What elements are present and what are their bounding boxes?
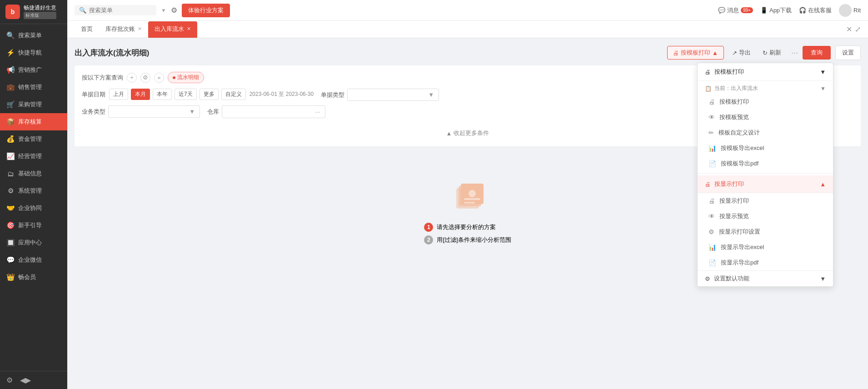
filter-set-button[interactable]: ⚙ xyxy=(140,73,150,83)
sidebar-label-system: 系统管理 xyxy=(18,187,42,195)
filter-label: 按以下方案查询 xyxy=(82,74,123,82)
sidebar-item-finance[interactable]: 💰 资金管理 xyxy=(0,130,67,148)
display-print-item[interactable]: 🖨 按显示打印 xyxy=(698,193,833,209)
template-design-label: 模板自定义设计 xyxy=(718,129,760,137)
sidebar-item-corp[interactable]: 🤝 企业协同 xyxy=(0,199,67,217)
template-print-item[interactable]: 🖨 按模板打印 xyxy=(698,94,833,110)
date-btn-last-month[interactable]: 上月 xyxy=(109,89,128,100)
print-arrow-icon: ▲ xyxy=(712,50,718,56)
template-excel-item[interactable]: 📊 按模板导出excel xyxy=(698,140,833,156)
tab-batch-label: 库存批次账 xyxy=(105,25,135,33)
tab-flow[interactable]: 出入库流水 ✕ xyxy=(148,21,197,38)
template-excel-icon: 📊 xyxy=(708,145,716,152)
display-excel-icon: 📊 xyxy=(708,244,716,251)
date-btn-this-month[interactable]: 本月 xyxy=(131,89,150,100)
display-settings-label: 按显示打印设置 xyxy=(719,228,760,236)
tab-close-flow[interactable]: ✕ xyxy=(187,26,191,32)
settings-icon[interactable]: ⚙ xyxy=(171,6,177,15)
sidebar-label-corp: 企业协同 xyxy=(18,204,42,212)
sidebar-item-system[interactable]: ⚙ 系统管理 xyxy=(0,182,67,199)
search-dropdown-icon[interactable]: ▼ xyxy=(161,7,166,14)
tab-batch-account[interactable]: 库存批次账 ✕ xyxy=(99,21,148,38)
template-design-item[interactable]: ✏ 模板自定义设计 xyxy=(698,125,833,140)
date-btn-custom[interactable]: 自定义 xyxy=(221,89,246,100)
template-print-section-header[interactable]: 🖨 按模板打印 ▼ xyxy=(698,63,833,81)
page-header: 出入库流水(流水明细) 🖨 按模板打印 ▲ ↗ 导出 ↻ 刷新 xyxy=(75,45,861,60)
display-print-section-header[interactable]: 🖨 按显示打印 ▲ xyxy=(698,175,833,193)
filter-collapse-button[interactable]: « xyxy=(154,73,164,83)
print-template-button[interactable]: 🖨 按模板打印 ▲ xyxy=(667,46,724,60)
page-settings-button[interactable]: 设置 xyxy=(835,45,861,60)
sidebar-label-inventory: 库存核算 xyxy=(18,118,42,126)
filter-tag[interactable]: 流水明细 xyxy=(168,72,204,83)
template-pdf-item[interactable]: 📄 按模板导出pdf xyxy=(698,156,833,171)
search-input[interactable] xyxy=(89,7,144,14)
search-box[interactable]: 🔍 xyxy=(75,5,156,15)
display-settings-item[interactable]: ⚙ 按显示打印设置 xyxy=(698,224,833,239)
display-section-arrow: ▲ xyxy=(820,181,826,188)
display-preview-icon: 👁 xyxy=(708,213,715,220)
tab-bar-expand-icon[interactable]: ⤢ xyxy=(855,25,861,34)
sidebar-item-member[interactable]: 👑 畅会员 xyxy=(0,269,67,286)
warehouse-select[interactable]: ··· xyxy=(222,105,325,118)
sidebar-item-purchase[interactable]: 🛒 采购管理 xyxy=(0,96,67,113)
step-1-text: 请先选择要分析的方案 xyxy=(437,223,496,231)
sidebar-collapse-icon[interactable]: ◀▶ xyxy=(20,376,31,384)
sidebar-item-marketing[interactable]: 📢 营销推广 xyxy=(0,61,67,79)
sidebar-label-basic: 基础信息 xyxy=(18,170,42,178)
template-preview-item[interactable]: 👁 按模板预览 xyxy=(698,110,833,125)
date-filter-field: 单据日期 上月 本月 本年 近7天 更多 自定义 2023-06-01 至 20… xyxy=(82,89,314,100)
dropdown-footer[interactable]: ⚙ 设置默认功能 ▼ xyxy=(698,270,833,286)
sidebar-item-operation[interactable]: 📈 经营管理 xyxy=(0,148,67,165)
online-service-button[interactable]: 🎧 在线客服 xyxy=(799,6,832,15)
display-print-header-label: 按显示打印 xyxy=(714,180,744,188)
corp-icon: 🤝 xyxy=(6,204,15,212)
display-excel-item[interactable]: 📊 按显示导出excel xyxy=(698,239,833,255)
business-type-select[interactable]: ▼ xyxy=(108,105,200,118)
sidebar-item-guide[interactable]: 🎯 新手引导 xyxy=(0,217,67,234)
tab-home[interactable]: 首页 xyxy=(75,21,99,38)
bill-type-arrow: ▼ xyxy=(428,91,434,98)
sidebar-item-apps[interactable]: 🔲 应用中心 xyxy=(0,234,67,251)
warehouse-more-icon: ··· xyxy=(315,108,320,115)
business-type-arrow: ▼ xyxy=(189,108,195,115)
display-excel-label: 按显示导出excel xyxy=(721,243,764,251)
sidebar-item-wechat[interactable]: 💬 企业微信 xyxy=(0,251,67,269)
date-btn-more[interactable]: 更多 xyxy=(200,89,219,100)
trial-button[interactable]: 体验行业方案 xyxy=(182,4,230,17)
date-btn-7days[interactable]: 近7天 xyxy=(175,89,197,100)
message-button[interactable]: 💬 消息 99+ xyxy=(718,6,753,15)
message-label: 消息 xyxy=(727,6,739,15)
bill-type-select[interactable]: ▼ xyxy=(347,89,439,101)
refresh-button[interactable]: ↻ 刷新 xyxy=(759,46,785,59)
query-button[interactable]: 查询 xyxy=(803,46,831,60)
collapse-button[interactable]: ▲ 收起更多条件 xyxy=(446,126,489,140)
sidebar-item-inventory[interactable]: 📦 库存核算 xyxy=(0,113,67,130)
display-preview-item[interactable]: 👁 按显示预览 xyxy=(698,209,833,224)
sidebar-settings-icon[interactable]: ⚙ xyxy=(6,376,13,384)
display-pdf-item[interactable]: 📄 按显示导出pdf xyxy=(698,255,833,270)
page-content: 出入库流水(流水明细) 🖨 按模板打印 ▲ ↗ 导出 ↻ 刷新 xyxy=(67,38,868,389)
actions-more-icon[interactable]: ··· xyxy=(791,48,798,58)
template-print-label: 按模板打印 xyxy=(719,98,749,106)
sidebar-label-quick-nav: 快捷导航 xyxy=(18,49,42,57)
date-btn-this-year[interactable]: 本年 xyxy=(153,89,172,100)
filter-add-button[interactable]: + xyxy=(127,73,137,83)
sidebar-item-quick-nav[interactable]: ⚡ 快捷导航 xyxy=(0,44,67,61)
system-icon: ⚙ xyxy=(6,187,15,195)
user-name: Rit xyxy=(853,7,861,14)
sidebar-item-search[interactable]: 🔍 搜索菜单 xyxy=(0,27,67,44)
export-button[interactable]: ↗ 导出 xyxy=(728,46,754,59)
sidebar-label-operation: 经营管理 xyxy=(18,152,42,160)
tab-bar-close-icon[interactable]: ✕ xyxy=(846,25,852,34)
app-logo: b 畅捷通好生意 标准版 xyxy=(0,0,67,24)
user-profile[interactable]: Rit xyxy=(839,4,861,17)
tab-close-batch[interactable]: ✕ xyxy=(138,26,142,32)
template-design-icon: ✏ xyxy=(708,129,714,136)
inventory-icon: 📦 xyxy=(6,118,15,126)
sidebar-item-sales[interactable]: 💼 销售管理 xyxy=(0,79,67,96)
app-download-button[interactable]: 📱 App下载 xyxy=(760,6,792,15)
quick-nav-icon: ⚡ xyxy=(6,49,15,57)
sidebar-item-basic[interactable]: 🗂 基础信息 xyxy=(0,165,67,182)
print-icon: 🖨 xyxy=(673,50,679,56)
